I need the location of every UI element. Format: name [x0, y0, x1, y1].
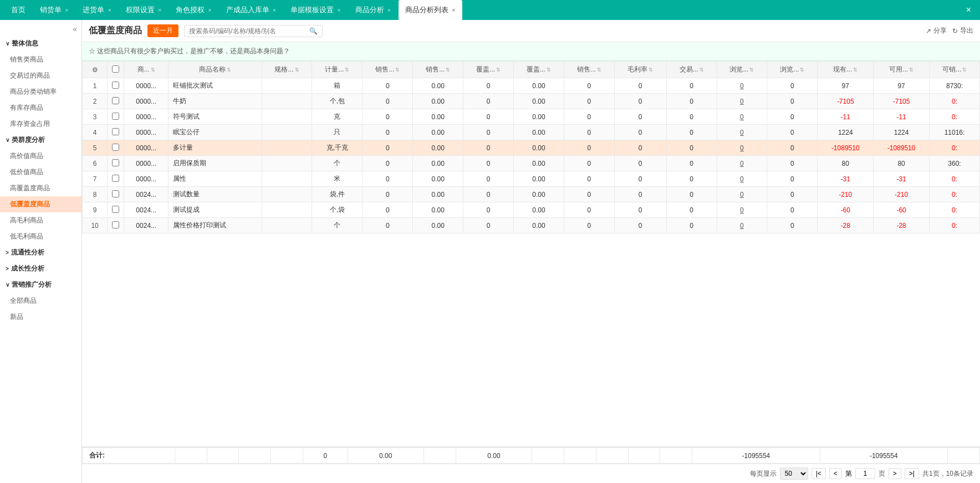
page-number-input[interactable] [855, 468, 875, 479]
nav-item-单据模板设置[interactable]: 单据模板设置× [284, 0, 347, 20]
col-unit[interactable]: 计量...⇅ [312, 62, 363, 78]
nav-close-icon[interactable]: × [108, 7, 111, 13]
nav-close-icon[interactable]: × [387, 7, 391, 13]
row-checkbox[interactable] [108, 94, 124, 109]
sidebar-collapse-btn[interactable]: « [0, 22, 81, 35]
row-browse1[interactable]: 0 [717, 202, 767, 218]
row-checkbox[interactable] [108, 171, 124, 187]
row-checkbox[interactable] [108, 156, 124, 171]
col-sales3[interactable]: 销售...⇅ [564, 62, 614, 78]
browse-link[interactable]: 0 [740, 144, 744, 152]
nav-close-icon[interactable]: × [452, 7, 455, 13]
sidebar-item-低价值商品[interactable]: 低价值商品 [0, 164, 81, 180]
row-checkbox[interactable] [108, 187, 124, 202]
col-saleable[interactable]: 可销...⇅ [930, 62, 980, 78]
row-select-checkbox[interactable] [112, 82, 119, 89]
sidebar-section-营销推广分析[interactable]: ∨营销推广分析 [0, 277, 81, 293]
nav-item-销货单[interactable]: 销货单× [33, 0, 75, 20]
row-select-checkbox[interactable] [112, 97, 119, 104]
row-browse1[interactable]: 0 [717, 156, 767, 171]
next-page-btn[interactable]: > [889, 468, 901, 479]
search-icon[interactable]: 🔍 [309, 27, 318, 35]
sidebar-section-成长性分析[interactable]: >成长性分析 [0, 261, 81, 277]
search-input[interactable] [189, 27, 309, 35]
col-sales2[interactable]: 销售...⇅ [413, 62, 463, 78]
browse-link[interactable]: 0 [740, 113, 744, 121]
col-margin[interactable]: 毛利率⇅ [614, 62, 666, 78]
sidebar-item-全部商品[interactable]: 全部商品 [0, 293, 81, 309]
first-page-btn[interactable]: |< [811, 468, 826, 479]
browse-link[interactable]: 0 [740, 160, 744, 167]
row-browse1[interactable]: 0 [717, 187, 767, 202]
col-settings[interactable]: ⚙ [83, 62, 108, 78]
col-available[interactable]: 可用...⇅ [874, 62, 930, 78]
row-browse1[interactable]: 0 [717, 109, 767, 125]
nav-close-all-btn[interactable]: × [962, 5, 976, 15]
nav-item-角色授权[interactable]: 角色授权× [169, 0, 218, 20]
browse-link[interactable]: 0 [740, 191, 744, 199]
browse-link[interactable]: 0 [740, 175, 744, 183]
time-filter-btn[interactable]: 近一月 [147, 24, 178, 37]
col-cover2[interactable]: 覆盖...⇅ [514, 62, 564, 78]
last-page-btn[interactable]: >| [905, 468, 919, 479]
browse-link[interactable]: 0 [740, 82, 744, 90]
browse-link[interactable]: 0 [740, 129, 744, 136]
sidebar-item-高覆盖度商品[interactable]: 高覆盖度商品 [0, 180, 81, 196]
nav-close-icon[interactable]: × [337, 7, 340, 13]
row-select-checkbox[interactable] [112, 144, 119, 151]
nav-item-商品分析列表[interactable]: 商品分析列表× [399, 0, 462, 20]
browse-link[interactable]: 0 [740, 206, 744, 214]
row-select-checkbox[interactable] [112, 190, 119, 197]
sidebar-item-商品分类动销率[interactable]: 商品分类动销率 [0, 84, 81, 100]
select-all-checkbox[interactable] [112, 65, 119, 73]
row-checkbox[interactable] [108, 202, 124, 218]
sidebar-item-交易过的商品[interactable]: 交易过的商品 [0, 68, 81, 84]
col-browse1[interactable]: 浏览...⇅ [717, 62, 767, 78]
row-browse1[interactable]: 0 [717, 171, 767, 187]
row-select-checkbox[interactable] [112, 159, 119, 166]
sidebar-item-新品[interactable]: 新品 [0, 309, 81, 325]
share-btn[interactable]: ↗ 分享 [926, 26, 947, 35]
row-browse1[interactable]: 0 [717, 125, 767, 140]
row-checkbox[interactable] [108, 218, 124, 233]
sidebar-item-库存资金占用[interactable]: 库存资金占用 [0, 116, 81, 132]
row-checkbox[interactable] [108, 125, 124, 140]
browse-link[interactable]: 0 [740, 98, 744, 105]
nav-item-产成品入库单[interactable]: 产成品入库单× [220, 0, 283, 20]
nav-close-icon[interactable]: × [273, 7, 276, 13]
sidebar-section-类群度分析[interactable]: ∨类群度分析 [0, 132, 81, 148]
col-name[interactable]: 商品名称⇅ [169, 62, 262, 78]
col-trade[interactable]: 交易...⇅ [666, 62, 717, 78]
sidebar-item-有库存商品[interactable]: 有库存商品 [0, 100, 81, 116]
nav-close-icon[interactable]: × [158, 7, 161, 13]
row-checkbox[interactable] [108, 109, 124, 125]
row-select-checkbox[interactable] [112, 206, 119, 213]
col-spec[interactable]: 规格...⇅ [262, 62, 312, 78]
row-browse1[interactable]: 0 [717, 78, 767, 94]
prev-page-btn[interactable]: < [829, 468, 842, 479]
col-current[interactable]: 现有...⇅ [818, 62, 874, 78]
sidebar-section-流通性分析[interactable]: >流通性分析 [0, 245, 81, 261]
nav-item-商品分析[interactable]: 商品分析× [349, 0, 397, 20]
row-select-checkbox[interactable] [112, 113, 119, 120]
sidebar-item-低覆盖度商品[interactable]: 低覆盖度商品 [0, 196, 81, 212]
sidebar-item-高价值商品[interactable]: 高价值商品 [0, 148, 81, 164]
table-area[interactable]: ⚙ 商...⇅ 商品名称⇅ 规格...⇅ 计量...⇅ 销售...⇅ 销售...… [82, 61, 980, 446]
nav-item-首页[interactable]: 首页 [4, 0, 32, 20]
sidebar-item-销售类商品[interactable]: 销售类商品 [0, 52, 81, 68]
export-btn[interactable]: ↻ 导出 [952, 26, 973, 35]
row-browse1[interactable]: 0 [717, 218, 767, 233]
row-select-checkbox[interactable] [112, 175, 119, 182]
row-checkbox[interactable] [108, 140, 124, 156]
sidebar-item-低毛利商品[interactable]: 低毛利商品 [0, 228, 81, 245]
page-size-select[interactable]: 50 10 20 100 [780, 467, 808, 480]
row-select-checkbox[interactable] [112, 221, 119, 228]
col-cover1[interactable]: 覆盖...⇅ [463, 62, 514, 78]
sidebar-item-高毛利商品[interactable]: 高毛利商品 [0, 212, 81, 228]
sidebar-section-整体信息[interactable]: ∨整体信息 [0, 35, 81, 52]
row-select-checkbox[interactable] [112, 128, 119, 135]
col-sales1[interactable]: 销售...⇅ [363, 62, 413, 78]
col-browse2[interactable]: 浏览...⇅ [767, 62, 818, 78]
row-browse1[interactable]: 0 [717, 140, 767, 156]
nav-item-权限设置[interactable]: 权限设置× [119, 0, 168, 20]
